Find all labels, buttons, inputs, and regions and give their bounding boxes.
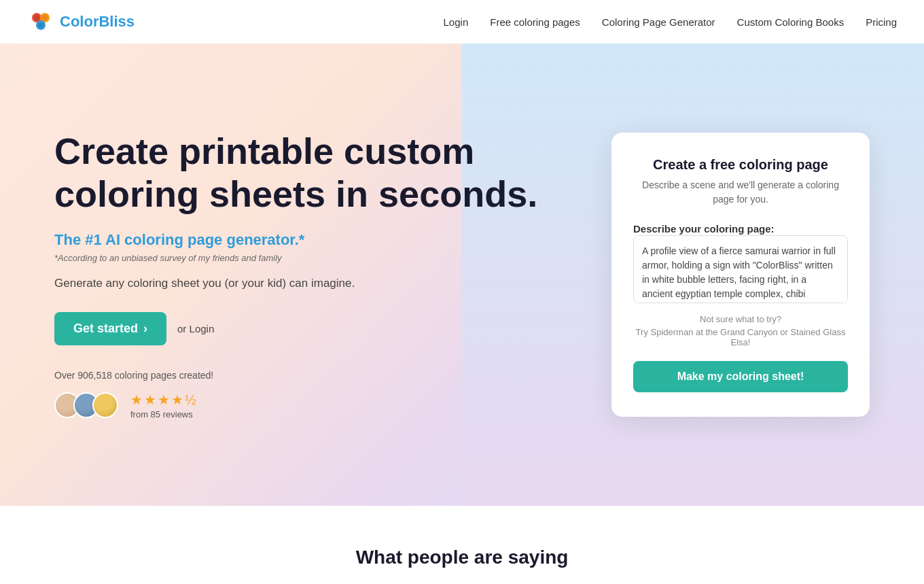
nav-link-pricing[interactable]: Pricing bbox=[866, 16, 897, 28]
nav-link-login[interactable]: Login bbox=[444, 16, 469, 28]
svg-point-5 bbox=[38, 22, 43, 28]
testimonials-title: What people are saying bbox=[54, 547, 870, 568]
login-link[interactable]: or Login bbox=[177, 323, 214, 334]
hero-title: Create printable custom coloring sheets … bbox=[54, 130, 584, 214]
svg-point-3 bbox=[34, 15, 39, 20]
svg-point-4 bbox=[42, 15, 48, 20]
logo-icon bbox=[27, 8, 54, 35]
hero-cta: Get started › or Login bbox=[54, 312, 584, 345]
hero-disclaimer: *According to an unbiased survey of my f… bbox=[54, 253, 584, 263]
hero-body: Generate any coloring sheet you (or your… bbox=[54, 277, 584, 290]
card-hint-examples: Try Spiderman at the Grand Canyon or Sta… bbox=[633, 327, 848, 347]
card-subtitle: Describe a scene and we'll generate a co… bbox=[633, 178, 848, 207]
nav-link-generator[interactable]: Coloring Page Generator bbox=[602, 16, 715, 28]
coloring-card: Create a free coloring page Describe a s… bbox=[611, 133, 870, 417]
nav-link-free-coloring[interactable]: Free coloring pages bbox=[490, 16, 580, 28]
card-hint: Not sure what to try? bbox=[633, 314, 848, 324]
hero-left: Create printable custom coloring sheets … bbox=[54, 130, 611, 419]
nav-links: Login Free coloring pages Coloring Page … bbox=[444, 16, 897, 28]
avatar-stack bbox=[54, 392, 111, 418]
hero-subtitle: The #1 AI coloring page generator.* bbox=[54, 231, 584, 249]
star-rating: ★★★★½ bbox=[130, 392, 198, 408]
nav-link-books[interactable]: Custom Coloring Books bbox=[737, 16, 845, 28]
make-coloring-sheet-button[interactable]: Make my coloring sheet! bbox=[633, 361, 848, 392]
avatar-3 bbox=[92, 392, 118, 418]
arrow-icon: › bbox=[143, 322, 147, 336]
reviews-label: from 85 reviews bbox=[130, 409, 198, 419]
card-title: Create a free coloring page bbox=[633, 157, 848, 173]
pages-count: Over 906,518 coloring pages created! bbox=[54, 370, 584, 381]
reviews-row: ★★★★½ from 85 reviews bbox=[54, 392, 584, 419]
hero-section: Create printable custom coloring sheets … bbox=[0, 44, 924, 506]
coloring-description-input[interactable] bbox=[633, 235, 848, 303]
logo-link[interactable]: ColorBliss bbox=[27, 8, 135, 35]
navbar: ColorBliss Login Free coloring pages Col… bbox=[0, 0, 924, 44]
textarea-label: Describe your coloring page: bbox=[633, 223, 775, 235]
rating-container: ★★★★½ from 85 reviews bbox=[130, 392, 198, 419]
get-started-button[interactable]: Get started › bbox=[54, 312, 166, 345]
testimonials-section: What people are saying ★★★★★ The best co… bbox=[0, 506, 924, 584]
get-started-label: Get started bbox=[73, 322, 138, 336]
logo-text: ColorBliss bbox=[60, 13, 135, 31]
